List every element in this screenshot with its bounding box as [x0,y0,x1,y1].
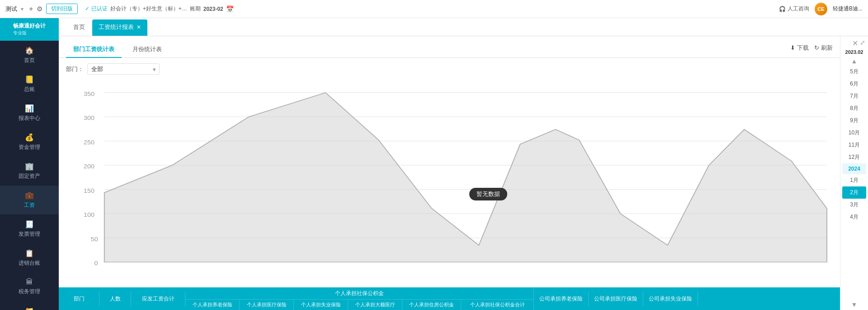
col-personal-housing-fund: 个人承担住房公积金 [402,300,461,310]
headset-icon: 🎧 [779,6,786,12]
refresh-button[interactable]: ↻ 刷新 [814,44,833,52]
tab-salary-report[interactable]: 工资统计报表 ✕ [92,19,147,36]
calendar-icon[interactable]: 📅 [226,5,234,13]
y-label-200: 200 [84,163,94,170]
month-item-9[interactable]: 9月 [840,114,868,127]
logo-sub: 专业版 [13,30,46,36]
sidebar-label-purchases: 进销台账 [19,259,40,267]
dept-select[interactable]: 全部 [87,63,160,75]
top-bar-title: 测试 [5,5,17,13]
download-icon: ⬇ [790,44,795,51]
tab-close-icon[interactable]: ✕ [137,24,141,30]
period-value: 2023-02 [203,6,223,12]
settle-icon: 📁 [25,306,34,310]
sidebar-label-reports: 报表中心 [19,114,40,122]
col-company-unemployment: 公司承担失业保险 [643,291,698,306]
month-item-12[interactable]: 12月 [840,151,868,163]
col-total-salary: 应发工资合计 [131,291,185,306]
product-tags: 好会计（专）+好生意（标）+… [110,5,187,13]
col-personal-critical-medical: 个人承担大额医疗 [348,300,402,310]
tab-home[interactable]: 首页 [66,19,92,36]
col-group-title: 个人承担社保公积金 [185,288,533,300]
col-personal-unemployment: 个人承担失业保险 [294,300,348,310]
sidebar-item-funds[interactable]: 💰 资金管理 [0,128,59,157]
sidebar-item-purchases[interactable]: 📋 进销台账 [0,243,59,272]
refresh-icon: ↻ [814,44,819,51]
switch-version-button[interactable]: 切到旧版 [46,4,78,14]
right-sidebar: ✕ ⤢ 2023.02 ▲ 5月 6月 7月 8月 9月 10月 11月 12月… [840,36,868,310]
month-list: 5月 6月 7月 8月 9月 10月 11月 12月 2024 1月 2月 3月… [840,66,868,299]
page-content: 部门工资统计表 月份统计表 ⬇ 下载 ↻ 刷新 [59,36,868,310]
top-bar-status: ✓ 已认证 好会计（专）+好生意（标）+… 账期 2023-02 📅 [85,5,233,13]
col-personal-pension: 个人承担养老保险 [185,300,240,310]
sidebar-label-home: 首页 [24,57,35,64]
month-item-1[interactable]: 1月 [840,174,868,186]
year-label: 2023.02 [840,48,868,57]
sidebar-label-tax: 税务管理 [19,288,40,296]
sidebar-item-assets[interactable]: 🏢 固定资产 [0,157,59,186]
ledger-icon: 📒 [25,75,34,84]
chart-tooltip: 暂无数据 [469,188,507,200]
top-bar-dropdown-arrow[interactable]: ▾ [21,6,24,12]
sidebar-label-funds: 资金管理 [19,143,40,151]
sidebar-item-settle[interactable]: 📁 结账 [0,301,59,310]
col-company-pension: 公司承担养老保险 [534,291,589,306]
top-bar-add-icon[interactable]: + [29,5,33,13]
month-item-11[interactable]: 11月 [840,139,868,151]
certified-status: ✓ 已认证 [85,5,107,13]
sidebar-item-salary[interactable]: 💼 工资 [0,186,59,215]
sidebar-logo: 畅康通好会计 专业版 [0,18,59,41]
dept-select-wrapper[interactable]: 全部 [87,63,160,75]
sidebar-item-home[interactable]: 🏠 首页 [0,41,59,70]
sub-tab-month[interactable]: 月份统计表 [125,42,169,58]
download-button[interactable]: ⬇ 下载 [790,44,809,52]
home-icon: 🏠 [25,46,34,55]
chart-area-path [104,93,827,262]
year-2024-tag: 2024 [842,163,866,174]
month-item-4[interactable]: 4月 [840,211,868,223]
y-label-150: 150 [84,187,94,194]
sidebar-item-invoice[interactable]: 🧾 发票管理 [0,215,59,243]
close-sidebar-button[interactable]: ✕ [852,39,858,48]
main-panel: 部门工资统计表 月份统计表 ⬇ 下载 ↻ 刷新 [59,36,840,310]
sidebar-item-tax[interactable]: 🏛 税务管理 [0,272,59,301]
top-bar-right: 🎧 人工咨询 CE 轻捷通B迪... [779,3,863,15]
sub-tab-dept[interactable]: 部门工资统计表 [66,42,122,58]
col-personal-total: 个人承担社保公积金合计 [461,300,533,310]
next-year-button[interactable]: ▼ [840,299,868,310]
col-personal-medical: 个人承担医疗保险 [240,300,294,310]
tax-icon: 🏛 [26,278,33,286]
month-item-5[interactable]: 5月 [840,66,868,78]
expand-sidebar-button[interactable]: ⤢ [860,39,865,48]
sidebar-label-ledger: 总账 [24,86,35,93]
chart-area: 350 300 250 200 150 100 50 0 [59,80,840,287]
y-label-350: 350 [84,91,94,97]
prev-year-button[interactable]: ▲ [840,57,868,66]
sidebar-item-reports[interactable]: 📊 报表中心 [0,99,59,128]
col-group-items: 个人承担养老保险 个人承担医疗保险 个人承担失业保险 个人承担大额医疗 个人承担… [185,300,533,310]
month-item-8[interactable]: 8月 [840,102,868,114]
sidebar-item-ledger[interactable]: 📒 总账 [0,70,59,99]
user-name[interactable]: 轻捷通B迪... [833,5,863,13]
chart-svg: 350 300 250 200 150 100 50 0 [66,87,833,287]
reports-icon: 📊 [25,104,34,113]
month-item-7[interactable]: 7月 [840,90,868,102]
month-item-3[interactable]: 3月 [840,199,868,211]
month-item-2-active[interactable]: 2月 [842,186,866,199]
sub-tab-bar: 部门工资统计表 月份统计表 ⬇ 下载 ↻ 刷新 [59,36,840,58]
invoice-icon: 🧾 [25,220,34,229]
top-bar: 测试 ▾ + ⚙ 切到旧版 ✓ 已认证 好会计（专）+好生意（标）+… 账期 2… [0,0,868,18]
funds-icon: 💰 [25,133,34,142]
month-item-6[interactable]: 6月 [840,78,868,90]
y-label-50: 50 [91,236,98,242]
content-area: 首页 工资统计报表 ✕ 部门工资统计表 月份统计表 [59,18,868,310]
tab-bar: 首页 工资统计报表 ✕ [59,18,868,36]
sidebar-label-invoice: 发票管理 [19,230,40,238]
logo-text: 畅康通好会计 [13,23,46,30]
service-button[interactable]: 🎧 人工咨询 [779,5,809,13]
col-count: 人数 [99,291,131,306]
month-item-10[interactable]: 10月 [840,127,868,139]
period-label: 账期 [190,5,201,13]
y-label-250: 250 [84,139,94,145]
top-bar-settings-icon[interactable]: ⚙ [37,5,42,13]
